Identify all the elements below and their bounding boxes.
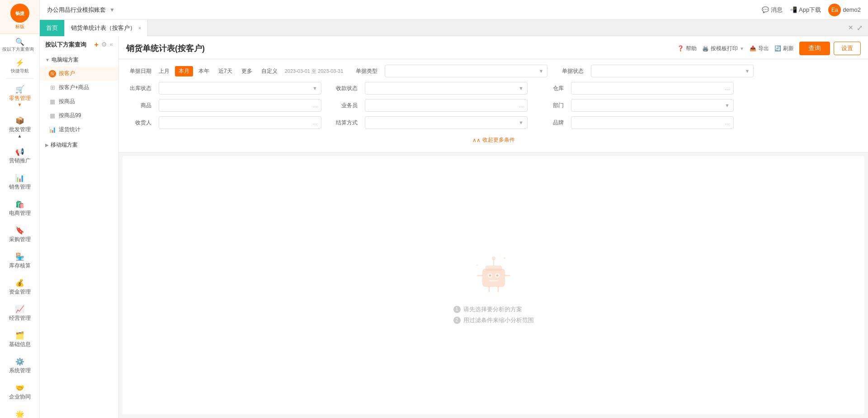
sidebar-item-purchase-label: 采购管理 <box>9 236 31 243</box>
help-btn[interactable]: ❓ 帮助 <box>677 45 697 52</box>
finance-icon: 💰 <box>15 279 24 287</box>
search-menu-btn[interactable]: 🔍 按以下方案查询 <box>0 34 39 56</box>
basic-info-icon: 🗂️ <box>15 331 24 340</box>
tab-sales-stats[interactable]: 销货单统计表（按客户） × <box>65 20 148 36</box>
desktop-group-header[interactable]: ▼ 电脑端方案 <box>40 53 118 66</box>
order-type-select[interactable]: ▼ <box>385 65 547 77</box>
user-avatar: Ea <box>828 4 841 16</box>
mobile-group-header[interactable]: ▶ 移动端方案 <box>40 138 118 152</box>
receiver-select[interactable]: … <box>159 116 321 129</box>
order-status-select[interactable]: ▼ <box>591 65 754 77</box>
sidebar-item-wholesale[interactable]: 📦 批发管理 ▲ <box>0 112 39 143</box>
quick-nav-label: 快捷导航 <box>11 68 29 73</box>
sidebar-item-system[interactable]: ⚙️ 系统管理 <box>0 353 39 379</box>
sidebar-item-operations[interactable]: 📈 经营管理 <box>0 300 39 327</box>
help-label: 帮助 <box>686 45 697 52</box>
export-btn[interactable]: 📤 导出 <box>750 45 769 52</box>
header-left: 办公用品行业模拟账套 ▼ <box>47 6 115 14</box>
collapse-filter-btn[interactable]: ∧∧ 收起更多条件 <box>126 133 861 147</box>
desktop-group-arrow: ▼ <box>45 57 50 62</box>
date-btn-this-month[interactable]: 本月 <box>175 66 193 76</box>
query-button[interactable]: 查询 <box>799 42 830 55</box>
salesperson-select[interactable]: … <box>365 99 528 112</box>
print-label: 按模板打印 <box>711 45 738 52</box>
scheme-item-goods99[interactable]: ▦ 按商品99 <box>40 109 118 123</box>
refresh-btn[interactable]: 🔄 刷新 <box>774 45 794 52</box>
tab-home[interactable]: 首页 <box>40 20 65 36</box>
sidebar-item-retail[interactable]: 🛒 零售管理 ▼ <box>0 81 39 112</box>
settlement-select[interactable]: ▼ <box>365 116 528 129</box>
date-btn-last-month[interactable]: 上月 <box>155 66 173 76</box>
order-type-arrow: ▼ <box>538 68 543 74</box>
add-scheme-icon[interactable]: + <box>94 41 98 49</box>
sidebar-item-ecommerce[interactable]: 🛍️ 电商管理 <box>0 195 39 222</box>
quick-nav-btn[interactable]: ⚡ 快捷导航 <box>0 56 39 76</box>
svg-point-14 <box>492 256 495 260</box>
operations-icon: 📈 <box>15 305 24 314</box>
settlement-arrow: ▼ <box>519 120 524 125</box>
close-window-icon[interactable]: × <box>848 23 853 33</box>
date-btn-this-year[interactable]: 本年 <box>195 66 213 76</box>
content-area: 按以下方案查询 + ⚙ « ▼ 电脑端方案 按 按客户 <box>40 36 868 418</box>
date-group: 上月 本月 本年 近7天 更多 自定义 2023-03-01 至 2023-03… <box>155 66 343 76</box>
username-label: demo2 <box>843 6 861 13</box>
sidebar-item-enterprise[interactable]: 🤝 企业协同 <box>0 379 39 405</box>
receipt-status-select[interactable]: ▼ <box>365 82 528 95</box>
sidebar-item-sales[interactable]: 📊 销售管理 <box>0 169 39 195</box>
scheme-item-goods[interactable]: ▦ 按商品 <box>40 95 118 109</box>
sidebar-item-inventory[interactable]: 🏪 库存核算 <box>0 248 39 274</box>
date-btn-custom[interactable]: 自定义 <box>258 66 281 76</box>
warehouse-arrow: … <box>725 86 730 91</box>
warehouse-select[interactable]: … <box>571 82 734 95</box>
goods-select[interactable]: … <box>159 99 321 112</box>
scheme-customer-icon: 按 <box>49 70 56 77</box>
sidebar-item-basic-info-label: 基础信息 <box>9 341 31 348</box>
mobile-group-label: 移动端方案 <box>51 141 78 149</box>
print-btn[interactable]: 🖨️ 按模板打印 ▼ <box>702 45 744 52</box>
filter-row-4: 收货人 … 结算方式 ▼ 品牌 … <box>126 116 861 129</box>
app-logo: 畅捷 标版 <box>0 0 39 34</box>
filter-row-2: 出库状态 ▼ 收款状态 ▼ 仓库 … <box>126 82 861 95</box>
scheme-customer-goods-icon: ⊞ <box>49 84 56 91</box>
goods-label: 商品 <box>126 102 151 109</box>
svg-text:畅捷: 畅捷 <box>15 11 25 16</box>
tab-close-icon[interactable]: × <box>138 25 141 31</box>
print-dropdown-arrow[interactable]: ▼ <box>740 46 744 51</box>
left-panel: 按以下方案查询 + ⚙ « ▼ 电脑端方案 按 按客户 <box>40 36 119 418</box>
scheme-item-customer-goods[interactable]: ⊞ 按客户+商品 <box>40 81 118 95</box>
maximize-window-icon[interactable]: ⤢ <box>857 24 863 32</box>
sidebar-item-basic-info[interactable]: 🗂️ 基础信息 <box>0 327 39 353</box>
user-profile-btn[interactable]: Ea demo2 <box>828 4 861 16</box>
left-panel-title: 按以下方案查询 <box>45 41 86 49</box>
salesperson-label: 业务员 <box>332 102 358 109</box>
brand-select[interactable]: … <box>571 116 734 129</box>
sidebar-item-sales-label: 销售管理 <box>9 183 31 191</box>
sidebar-item-marketing[interactable]: 📢 营销推广 <box>0 143 39 169</box>
tip1-text: 请先选择要分析的方案 <box>463 305 522 314</box>
out-status-select[interactable]: ▼ <box>159 82 321 95</box>
message-btn[interactable]: 💬 消息 <box>762 6 783 14</box>
empty-illustration: ✦ ✦ <box>467 244 521 298</box>
date-btn-more[interactable]: 更多 <box>238 66 256 76</box>
app-download-btn[interactable]: 📲 App下载 <box>790 6 821 14</box>
filter-row-3: 商品 … 业务员 … 部门 ▼ <box>126 99 861 112</box>
svg-point-7 <box>496 274 498 276</box>
settings-button[interactable]: 设置 <box>834 42 861 55</box>
collapse-panel-icon[interactable]: « <box>110 41 113 49</box>
scheme-item-customer[interactable]: 按 按客户 <box>40 66 118 81</box>
header-dropdown-arrow[interactable]: ▼ <box>109 7 115 13</box>
sidebar-item-purchase[interactable]: 🔖 采购管理 <box>0 222 39 248</box>
tab-bar: 首页 销货单统计表（按客户） × × ⤢ <box>40 20 868 36</box>
sidebar-item-operations-label: 经营管理 <box>9 314 31 322</box>
department-select[interactable]: ▼ <box>571 99 734 112</box>
sidebar-item-finance[interactable]: 💰 资金管理 <box>0 274 39 300</box>
left-panel-header: 按以下方案查询 + ⚙ « <box>40 36 118 52</box>
svg-point-6 <box>489 274 491 276</box>
settings-scheme-icon[interactable]: ⚙ <box>101 41 107 49</box>
scheme-item-return-stats[interactable]: 📊 退货统计 <box>40 123 118 137</box>
sidebar-item-retail-label: 零售管理 <box>9 95 31 102</box>
sidebar-item-newbie[interactable]: 🌟 新手引导 <box>0 405 39 418</box>
date-btn-last7days[interactable]: 近7天 <box>215 66 236 76</box>
brand-arrow: … <box>725 120 730 125</box>
order-type-label: 单据类型 <box>352 67 377 75</box>
